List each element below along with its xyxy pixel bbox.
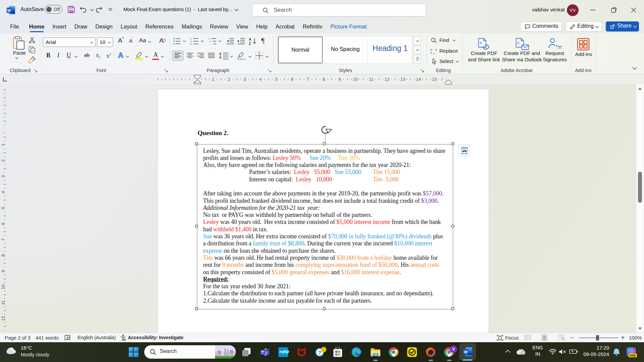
svg-text:4: 4	[259, 77, 262, 82]
svg-text:1: 1	[1, 143, 6, 146]
svg-text:9: 9	[338, 77, 341, 82]
svg-text:i: i	[211, 43, 212, 45]
svg-text:2: 2	[228, 77, 230, 82]
svg-text:11: 11	[1, 300, 6, 305]
svg-text:10: 10	[353, 77, 358, 82]
svg-text:11: 11	[369, 77, 374, 82]
svg-text:6: 6	[291, 77, 293, 82]
svg-text:2: 2	[1, 160, 6, 162]
svg-text:a: a	[210, 40, 211, 43]
svg-text:1: 1	[208, 38, 210, 40]
svg-text:W: W	[7, 8, 11, 12]
svg-text:9: 9	[1, 270, 6, 272]
svg-text:Z: Z	[249, 42, 251, 45]
svg-text:7: 7	[307, 77, 309, 82]
svg-text:7: 7	[1, 238, 6, 241]
svg-text:6: 6	[1, 223, 6, 225]
svg-text:12: 12	[1, 316, 6, 321]
svg-text:3: 3	[1, 175, 6, 178]
svg-text:15: 15	[432, 77, 437, 82]
svg-text:5: 5	[1, 207, 6, 209]
svg-text:A: A	[249, 38, 251, 41]
svg-text:b: b	[430, 48, 432, 52]
svg-text:8: 8	[323, 77, 325, 82]
svg-text:1: 1	[212, 77, 214, 82]
svg-text:5: 5	[275, 77, 277, 82]
svg-text:10: 10	[1, 285, 6, 289]
svg-text:c: c	[433, 51, 435, 55]
svg-text:A: A	[517, 41, 520, 45]
svg-text:3: 3	[190, 43, 192, 45]
svg-text:?: ?	[318, 350, 321, 356]
svg-text:8: 8	[1, 254, 6, 256]
svg-text:A: A	[480, 41, 482, 45]
svg-text:13: 13	[400, 77, 405, 82]
svg-text:4: 4	[1, 191, 6, 193]
svg-text:14: 14	[416, 77, 421, 82]
svg-text:12: 12	[384, 77, 389, 82]
svg-text:W: W	[464, 350, 468, 354]
svg-text:3: 3	[244, 77, 246, 82]
